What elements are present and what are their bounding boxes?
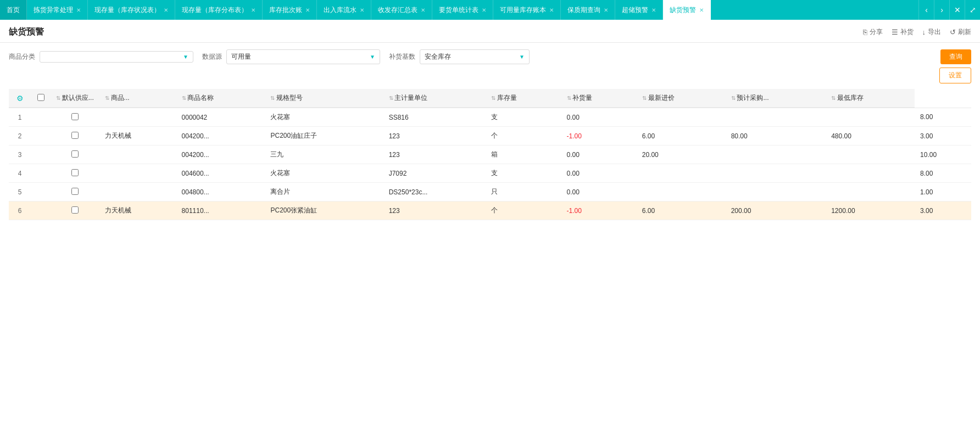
- col-default-supplier[interactable]: 默认供应...: [51, 89, 99, 108]
- row-select-checkbox[interactable]: [71, 188, 79, 195]
- row-default-supplier: [99, 164, 176, 183]
- close-icon[interactable]: ✕: [652, 7, 656, 13]
- nav-tab-requisition[interactable]: 要货单统计表 ✕: [432, 0, 493, 20]
- close-icon[interactable]: ✕: [76, 7, 81, 13]
- replenish-base-select[interactable]: 安全库存 ▼: [420, 49, 530, 64]
- col-unit[interactable]: 主计量单位: [383, 89, 486, 108]
- nav-controls: ‹ › ✕ ⤢: [918, 0, 980, 20]
- row-stock: 0.00: [561, 108, 637, 127]
- col-estimated-purchase[interactable]: 预计采购...: [726, 89, 826, 108]
- category-select[interactable]: ▼: [40, 51, 193, 63]
- settings-button[interactable]: 设置: [939, 68, 971, 83]
- close-icon[interactable]: ✕: [164, 7, 168, 13]
- col-latest-price[interactable]: 最新进价: [637, 89, 726, 108]
- close-icon[interactable]: ✕: [604, 7, 608, 13]
- row-unit: 箱: [486, 145, 561, 164]
- col-replenish-qty[interactable]: 补货量: [561, 89, 637, 108]
- table-body: 1 0000042 火花塞 SS816 支 0.00 8.00 2 力天机械 0…: [9, 108, 971, 220]
- nav-tab-summary[interactable]: 收发存汇总表 ✕: [371, 0, 432, 20]
- nav-next-button[interactable]: ›: [934, 0, 949, 20]
- close-icon[interactable]: ✕: [360, 7, 364, 13]
- top-navigation: 首页 拣货异常处理 ✕ 现存量（库存状况表） ✕ 现存量（库存分布表） ✕ 库存…: [0, 0, 980, 20]
- row-spec: 123: [383, 145, 486, 164]
- nav-tab-overstock[interactable]: 超储预警 ✕: [615, 0, 663, 20]
- replenish-icon: ☰: [892, 28, 898, 36]
- col-product-code[interactable]: 商品...: [99, 89, 176, 108]
- col-min-stock[interactable]: 最低库存: [826, 89, 915, 108]
- chevron-down-icon: ▼: [519, 54, 525, 60]
- nav-tab-available[interactable]: 可用量库存账本 ✕: [493, 0, 561, 20]
- nav-expand-button[interactable]: ⤢: [965, 0, 980, 20]
- close-icon[interactable]: ✕: [549, 7, 554, 13]
- query-button[interactable]: 查询: [940, 49, 971, 64]
- row-unit: 个: [486, 127, 561, 145]
- export-button[interactable]: ↓ 导出: [922, 27, 942, 37]
- row-product-code: 004600...: [176, 164, 265, 183]
- category-filter-group: 商品分类 ▼: [9, 51, 193, 63]
- share-button[interactable]: ⎘ 分享: [863, 27, 883, 37]
- nav-tab-flow[interactable]: 出入库流水 ✕: [317, 0, 371, 20]
- datasource-filter-group: 数据源 可用量 ▼: [202, 49, 380, 64]
- table-row: 6 力天机械 801110... PC200张紧油缸 123 个 -1.00 6…: [9, 201, 971, 220]
- close-icon[interactable]: ✕: [421, 7, 425, 13]
- row-gear: [31, 183, 51, 201]
- close-icon[interactable]: ✕: [699, 7, 704, 13]
- row-spec: 123: [383, 201, 486, 220]
- row-latest-price: 80.00: [726, 127, 826, 145]
- row-select-checkbox[interactable]: [71, 206, 79, 214]
- col-spec[interactable]: 规格型号: [265, 89, 383, 108]
- settings-row: 设置: [0, 64, 980, 89]
- refresh-icon: ↺: [950, 28, 956, 36]
- row-latest-price: [726, 164, 826, 183]
- close-icon[interactable]: ✕: [482, 7, 486, 13]
- row-select-checkbox[interactable]: [71, 113, 79, 120]
- row-checkbox: [51, 201, 99, 220]
- row-unit: 只: [486, 183, 561, 201]
- table-row: 5 004800... 离合片 DS250*23c... 只 0.00 1.00: [9, 183, 971, 201]
- replenish-button[interactable]: ☰ 补货: [892, 27, 914, 37]
- row-product-name: 离合片: [265, 183, 383, 201]
- nav-tab-batch[interactable]: 库存批次账 ✕: [263, 0, 317, 20]
- table-header-row: ⚙ 默认供应... 商品... 商品名称 规格型号 主计量单位 库存量 补货量 …: [9, 89, 971, 108]
- row-index: 1: [9, 108, 31, 127]
- row-replenish-qty: [637, 164, 726, 183]
- settings-icon[interactable]: ⚙: [16, 94, 24, 103]
- row-replenish-qty: [637, 183, 726, 201]
- nav-tab-inventory-status[interactable]: 现存量（库存状况表） ✕: [88, 0, 175, 20]
- row-select-checkbox[interactable]: [71, 132, 79, 139]
- row-estimated-purchase: 1200.00: [826, 201, 915, 220]
- datasource-select[interactable]: 可用量 ▼: [226, 49, 380, 64]
- row-index: 5: [9, 183, 31, 201]
- table-row: 3 004200... 三九 123 箱 0.00 20.00 10.00: [9, 145, 971, 164]
- row-index: 4: [9, 164, 31, 183]
- close-icon[interactable]: ✕: [305, 7, 310, 13]
- table-container: ⚙ 默认供应... 商品... 商品名称 规格型号 主计量单位 库存量 补货量 …: [0, 89, 980, 220]
- row-min-stock: 8.00: [915, 164, 971, 183]
- nav-tab-shortage[interactable]: 缺货预警 ✕: [663, 0, 711, 20]
- row-latest-price: [726, 108, 826, 127]
- row-product-code: 004200...: [176, 127, 265, 145]
- row-unit: 支: [486, 164, 561, 183]
- row-estimated-purchase: [826, 145, 915, 164]
- col-product-name[interactable]: 商品名称: [176, 89, 265, 108]
- row-spec: J7092: [383, 164, 486, 183]
- chevron-down-icon: ▼: [370, 54, 375, 60]
- close-icon[interactable]: ✕: [251, 7, 255, 13]
- row-default-supplier: [99, 108, 176, 127]
- col-checkbox: [31, 89, 51, 108]
- col-stock[interactable]: 库存量: [486, 89, 561, 108]
- nav-close-button[interactable]: ✕: [949, 0, 965, 20]
- select-all-checkbox[interactable]: [37, 94, 44, 101]
- nav-tab-inventory-dist[interactable]: 现存量（库存分布表） ✕: [175, 0, 263, 20]
- filter-action-buttons: 查询: [940, 49, 971, 64]
- table-row: 1 0000042 火花塞 SS816 支 0.00 8.00: [9, 108, 971, 127]
- row-select-checkbox[interactable]: [71, 150, 79, 158]
- nav-tab-home[interactable]: 首页: [0, 0, 27, 20]
- row-checkbox: [51, 108, 99, 127]
- datasource-value: 可用量: [231, 52, 251, 61]
- nav-tab-expiry[interactable]: 保质期查询 ✕: [561, 0, 615, 20]
- refresh-button[interactable]: ↺ 刷新: [950, 27, 971, 37]
- nav-prev-button[interactable]: ‹: [918, 0, 934, 20]
- nav-tab-picking[interactable]: 拣货异常处理 ✕: [27, 0, 88, 20]
- row-select-checkbox[interactable]: [71, 169, 79, 176]
